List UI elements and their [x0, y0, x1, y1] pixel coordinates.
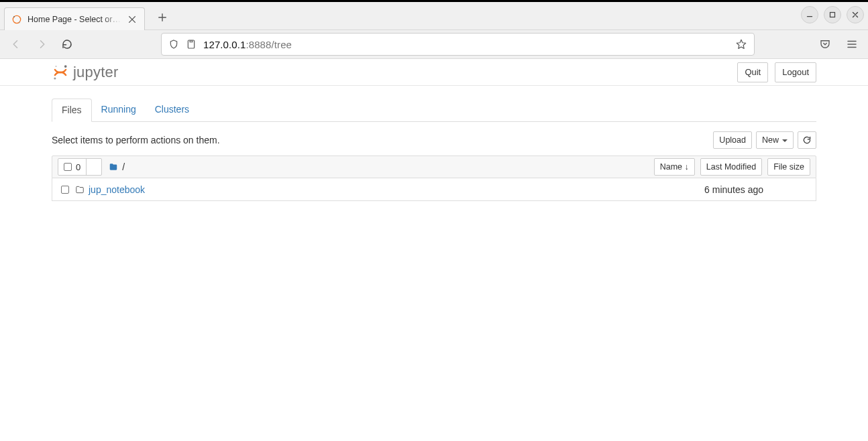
select-all-checkbox[interactable]: 0 — [58, 159, 87, 175]
url-bar[interactable]: 127.0.0.1:8888/tree — [161, 33, 755, 56]
svg-point-1 — [13, 16, 15, 17]
new-dropdown-button[interactable]: New — [756, 131, 794, 149]
tab-title: Home Page - Select or create a notebook — [28, 15, 121, 24]
window-controls — [801, 6, 864, 23]
selected-count: 0 — [76, 162, 80, 172]
window-close-button[interactable] — [847, 6, 864, 23]
toolbar-row: Select items to perform actions on them.… — [52, 131, 816, 149]
tab-strip: Home Page - Select or create a notebook — [0, 2, 868, 30]
sort-size-button[interactable]: File size — [767, 158, 810, 176]
selection-hint: Select items to perform actions on them. — [52, 135, 220, 145]
section-tabs: Files Running Clusters — [52, 98, 816, 122]
svg-point-6 — [54, 77, 56, 79]
shield-icon[interactable] — [168, 39, 179, 50]
checkbox-icon — [61, 186, 69, 194]
nav-forward-button[interactable] — [34, 36, 50, 52]
jupyter-logo-icon — [52, 64, 69, 81]
logout-button[interactable]: Logout — [775, 62, 816, 82]
sort-modified-button[interactable]: Last Modified — [700, 158, 762, 176]
tab-close-icon[interactable] — [127, 14, 138, 25]
page-header: jupyter Quit Logout — [0, 59, 868, 86]
nav-reload-button[interactable] — [59, 36, 75, 52]
jupyter-logo[interactable]: jupyter — [52, 64, 118, 81]
list-item: jup_notebook 6 minutes ago — [52, 178, 816, 201]
quit-button[interactable]: Quit — [737, 62, 768, 82]
svg-point-7 — [56, 66, 57, 67]
breadcrumb-root: / — [122, 162, 125, 172]
list-header: 0 / Name ↓ Last Modified File size — [52, 155, 816, 178]
sort-name-button[interactable]: Name ↓ — [654, 158, 695, 176]
new-tab-button[interactable] — [153, 8, 172, 27]
svg-point-5 — [64, 65, 67, 68]
sort-name-label: Name — [660, 162, 682, 172]
page-info-icon[interactable] — [186, 39, 197, 50]
folder-icon — [109, 162, 118, 172]
svg-rect-4 — [188, 40, 194, 48]
jupyter-page: jupyter Quit Logout Files Running Cluste… — [0, 59, 868, 201]
nav-back-button[interactable] — [8, 36, 24, 52]
url-path: :8888/tree — [246, 39, 292, 50]
svg-point-2 — [19, 21, 20, 23]
url-text: 127.0.0.1:8888/tree — [203, 39, 728, 50]
caret-down-icon — [782, 139, 788, 142]
tab-files[interactable]: Files — [52, 99, 92, 122]
breadcrumb[interactable]: / — [109, 162, 125, 172]
jupyter-favicon — [11, 14, 22, 25]
nav-bar: 127.0.0.1:8888/tree — [0, 30, 868, 58]
pocket-icon[interactable] — [817, 36, 833, 52]
tab-running[interactable]: Running — [92, 99, 146, 122]
browser-chrome: Home Page - Select or create a notebook — [0, 2, 868, 59]
browser-tab[interactable]: Home Page - Select or create a notebook — [4, 7, 145, 30]
window-maximize-button[interactable] — [824, 6, 841, 23]
select-all-group: 0 — [58, 158, 102, 176]
toolbar-right-icons — [817, 36, 860, 52]
item-name-link[interactable]: jup_notebook — [89, 184, 145, 195]
upload-button[interactable]: Upload — [713, 131, 752, 149]
item-modified: 6 minutes ago — [704, 184, 810, 195]
checkbox-icon — [64, 163, 72, 171]
svg-rect-3 — [830, 13, 835, 17]
select-menu-button[interactable] — [87, 159, 101, 175]
new-label: New — [762, 135, 779, 145]
window-minimize-button[interactable] — [801, 6, 818, 23]
app-menu-icon[interactable] — [844, 36, 860, 52]
row-checkbox[interactable] — [58, 186, 72, 194]
bookmark-star-icon[interactable] — [735, 38, 747, 50]
tab-clusters[interactable]: Clusters — [146, 99, 199, 122]
arrow-down-icon: ↓ — [685, 162, 689, 172]
page-body: Files Running Clusters Select items to p… — [52, 86, 816, 201]
jupyter-logo-text: jupyter — [73, 64, 118, 81]
refresh-button[interactable] — [798, 131, 816, 149]
folder-outline-icon — [75, 185, 85, 194]
url-host: 127.0.0.1 — [203, 39, 246, 50]
url-icons — [168, 39, 197, 50]
